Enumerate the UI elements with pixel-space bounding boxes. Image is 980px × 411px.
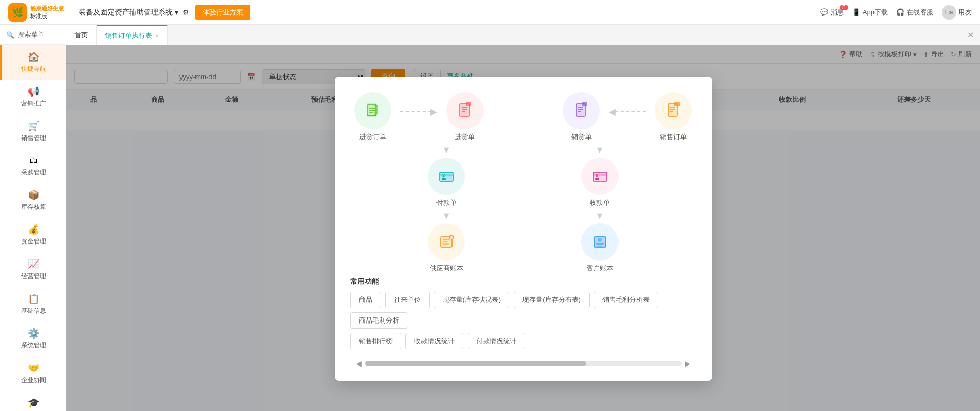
tab-sales-order[interactable]: 销售订单执行表 ×	[97, 25, 168, 45]
receipt-node[interactable]: ¥	[581, 158, 619, 195]
dropdown-icon[interactable]: ▾	[175, 8, 178, 17]
down-arrow-sales: ▼	[581, 145, 619, 156]
func-btn-stock-dist[interactable]: 现存量(库存分布表)	[514, 292, 590, 308]
service-label: 在线客服	[907, 8, 933, 17]
sidebar-item-finance[interactable]: 💰 资金管理	[0, 218, 66, 252]
payment-node[interactable]: ¥	[428, 158, 465, 195]
logo-line2: 标准版	[30, 12, 64, 20]
spacer-down-2	[645, 145, 683, 156]
close-all-tabs-btn[interactable]: ✕	[961, 30, 980, 40]
gear-icon[interactable]: ⚙	[183, 8, 189, 17]
svg-rect-38	[443, 243, 449, 245]
supplier-account-node[interactable]: ⊞	[428, 223, 465, 261]
service-btn[interactable]: 🎧 在线客服	[896, 8, 933, 17]
finance-icon: 💰	[28, 224, 39, 235]
flow-item-receipt: ¥ 收款单	[581, 158, 619, 207]
scroll-left-btn[interactable]: ◀	[356, 359, 362, 368]
flow-item-sales-bill: 销货单	[563, 92, 600, 142]
sidebar-item-guide[interactable]: 🎓 新手引导	[0, 391, 66, 411]
func-btn-partner[interactable]: 往来单位	[385, 292, 430, 308]
logo-icon: 🌿	[8, 3, 27, 22]
sidebar-item-system[interactable]: ⚙️ 系统管理	[0, 322, 66, 356]
svg-rect-27	[442, 178, 446, 180]
sidebar-item-inventory[interactable]: 📦 库存核算	[0, 183, 66, 218]
quick-func-section: 常用功能 商品 往来单位 现存量(库存状况表) 现存量(库存分布表) 销售毛利分…	[350, 277, 697, 349]
sidebar-item-sales[interactable]: 🛒 销售管理	[0, 114, 66, 149]
func-btn-payment-stats[interactable]: 付款情况统计	[468, 333, 525, 349]
sidebar-item-purchase[interactable]: 🗂 采购管理	[0, 149, 66, 183]
down-arrows-row: ▼ ▼	[350, 145, 697, 156]
svg-rect-23	[674, 102, 680, 106]
message-icon: 💬	[820, 8, 828, 16]
sidebar-item-quick[interactable]: 🏠 快捷导航	[0, 45, 66, 80]
func-buttons: 商品 往来单位 现存量(库存状况表) 现存量(库存分布表) 销售毛利分析表 商品…	[350, 292, 697, 329]
sales-icon: 🛒	[28, 120, 39, 132]
sidebar-item-marketing[interactable]: 📢 营销推广	[0, 80, 66, 114]
purchase-order-node[interactable]	[354, 92, 391, 129]
sidebar: 🔍 搜索菜单 🏠 快捷导航 📢 营销推广 🛒 销售管理 🗂 采购管理 📦	[0, 25, 66, 411]
logo-text: 畅康通好生意 标准版	[30, 5, 64, 20]
logo-area: 🌿 畅康通好生意 标准版	[8, 3, 74, 22]
message-btn[interactable]: 💬 消息 5	[820, 8, 844, 17]
svg-rect-29	[593, 172, 607, 181]
system-icon: ⚙️	[28, 328, 39, 339]
func-btn-receipt-stats[interactable]: 收款情况统计	[405, 333, 463, 349]
func-btn-stock-status[interactable]: 现存量(库存状况表)	[434, 292, 510, 308]
svg-text:¥: ¥	[596, 173, 598, 178]
modal-overlay: 进货订单 ▶ ↑	[66, 45, 980, 411]
svg-rect-32	[595, 178, 599, 180]
flow-item-supplier-account: ⊞ 供应商账本	[428, 223, 465, 273]
sidebar-collab-label: 企业协同	[21, 376, 46, 385]
top-right: 💬 消息 5 📱 App下载 🎧 在线客服 Ea 用友	[820, 5, 972, 20]
customer-account-node[interactable]	[581, 223, 619, 261]
sidebar-operation-label: 经营管理	[21, 272, 46, 281]
scroll-thumb[interactable]	[365, 361, 586, 366]
sidebar-item-operation[interactable]: 📈 经营管理	[0, 252, 66, 287]
sales-order-label: 销售订单	[660, 132, 687, 142]
s3	[645, 210, 683, 221]
tab-close-icon[interactable]: ×	[155, 32, 159, 39]
svg-rect-26	[440, 174, 453, 176]
tab-home[interactable]: 首页	[66, 25, 97, 45]
sales-bill-label: 销货单	[571, 132, 592, 142]
func-btn-sales-rank[interactable]: 销售排行榜	[350, 333, 401, 349]
purchase-icon: 🗂	[29, 155, 38, 166]
func-btn-product-gross[interactable]: 商品毛利分析	[350, 312, 408, 329]
sales-order-node[interactable]	[655, 92, 692, 129]
func-btn-product[interactable]: 商品	[350, 292, 381, 308]
trial-button[interactable]: 体验行业方案	[195, 5, 250, 20]
svg-rect-24	[440, 172, 453, 181]
search-menu[interactable]: 🔍 搜索菜单	[0, 25, 66, 45]
system-title: 装备及固定资产辅助管理系统 ▾ ⚙	[79, 8, 189, 17]
operation-icon: 📈	[28, 258, 39, 270]
sidebar-purchase-label: 采购管理	[21, 168, 46, 177]
tab-bar: 首页 销售订单执行表 × ✕	[66, 25, 980, 45]
quick-icon: 🏠	[28, 51, 39, 63]
flow-row-2: ¥ 付款单 ¥ 收款单	[350, 158, 697, 207]
inventory-icon: 📦	[28, 189, 39, 201]
arrow-2: ◀	[609, 106, 646, 117]
message-badge: 5	[840, 5, 848, 10]
purchase-bill-node[interactable]: ↑	[446, 92, 484, 129]
svg-point-43	[598, 238, 602, 242]
app-download-btn[interactable]: 📱 App下载	[852, 8, 888, 17]
sidebar-item-basic[interactable]: 📋 基础信息	[0, 287, 66, 322]
search-menu-label: 搜索菜单	[18, 30, 44, 39]
down-arrow-purchase: ▼	[428, 145, 465, 156]
s2	[492, 210, 554, 221]
svg-rect-44	[596, 243, 604, 245]
system-title-text: 装备及固定资产辅助管理系统	[79, 8, 173, 17]
flow-item-sales-order: 销售订单	[655, 92, 692, 142]
down-arrow-receipt: ▼	[581, 210, 619, 221]
func-btn-sales-gross[interactable]: 销售毛利分析表	[594, 292, 658, 308]
avatar: Ea	[942, 5, 956, 20]
scroll-right-btn[interactable]: ▶	[685, 359, 690, 368]
user-btn[interactable]: Ea 用友	[942, 5, 972, 20]
content-area: 首页 销售订单执行表 × ✕ ❓ 帮助	[66, 25, 980, 411]
service-icon: 🎧	[896, 8, 904, 16]
sales-bill-node[interactable]	[563, 92, 600, 129]
user-label: 用友	[958, 8, 972, 17]
scroll-bar-area: ◀ ▶	[350, 356, 697, 371]
sidebar-item-collab[interactable]: 🤝 企业协同	[0, 356, 66, 391]
svg-rect-45	[597, 246, 602, 247]
